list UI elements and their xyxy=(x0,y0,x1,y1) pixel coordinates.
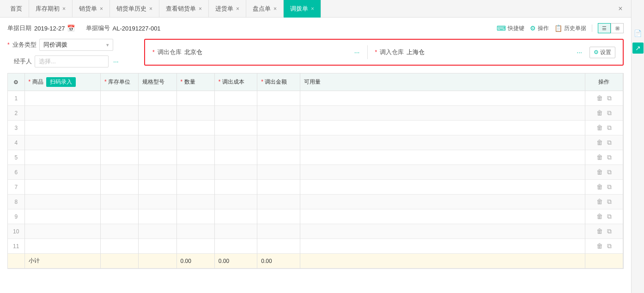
unit-cell-4[interactable] xyxy=(101,135,139,150)
available-cell-9[interactable] xyxy=(300,209,585,224)
copy-row-3-icon[interactable]: ⧉ xyxy=(607,124,612,131)
unit-cell-2[interactable] xyxy=(101,106,139,121)
copy-row-7-icon[interactable]: ⧉ xyxy=(607,183,612,190)
handler-select[interactable]: 选择... xyxy=(35,55,109,67)
available-cell-7[interactable] xyxy=(300,180,585,195)
cost-cell-7[interactable] xyxy=(214,180,257,195)
available-cell-10[interactable] xyxy=(300,224,585,239)
close-all-tabs[interactable]: × xyxy=(614,2,627,16)
delete-row-1-icon[interactable]: 🗑 xyxy=(596,94,603,102)
amount-cell-9[interactable] xyxy=(257,209,300,224)
delete-row-3-icon[interactable]: 🗑 xyxy=(596,124,603,131)
spec-cell-5[interactable] xyxy=(139,150,176,165)
product-cell-1[interactable] xyxy=(24,91,101,106)
tab-sales-order[interactable]: 销货单 × xyxy=(73,0,110,18)
tab-inventory-init[interactable]: 库存期初 × xyxy=(29,0,73,18)
delete-row-4-icon[interactable]: 🗑 xyxy=(596,139,603,146)
calendar-icon[interactable]: 📅 xyxy=(67,24,75,32)
product-cell-11[interactable] xyxy=(24,239,101,254)
qty-cell-7[interactable] xyxy=(176,180,214,195)
close-tab-transfer[interactable]: × xyxy=(311,6,314,12)
copy-row-9-icon[interactable]: ⧉ xyxy=(607,213,612,220)
close-tab-stocktake[interactable]: × xyxy=(273,6,277,12)
close-tab-inventory-init[interactable]: × xyxy=(62,6,66,12)
unit-cell-11[interactable] xyxy=(101,239,139,254)
spec-cell-3[interactable] xyxy=(139,121,176,135)
spec-cell-7[interactable] xyxy=(139,180,176,195)
qty-cell-4[interactable] xyxy=(176,135,214,150)
product-cell-6[interactable] xyxy=(24,165,101,180)
tab-purchase[interactable]: 进货单 × xyxy=(209,0,246,18)
copy-row-11-icon[interactable]: ⧉ xyxy=(607,242,612,250)
qty-cell-6[interactable] xyxy=(176,165,214,180)
product-cell-4[interactable] xyxy=(24,135,101,150)
cost-cell-6[interactable] xyxy=(214,165,257,180)
shortcut-btn[interactable]: ⌨ 快捷键 xyxy=(497,24,524,32)
copy-row-6-icon[interactable]: ⧉ xyxy=(607,168,612,176)
product-cell-3[interactable] xyxy=(24,121,101,135)
copy-row-10-icon[interactable]: ⧉ xyxy=(607,227,612,235)
copy-row-4-icon[interactable]: ⧉ xyxy=(607,139,612,146)
qty-cell-11[interactable] xyxy=(176,239,214,254)
spec-cell-2[interactable] xyxy=(139,106,176,121)
available-cell-5[interactable] xyxy=(300,150,585,165)
tab-view-sales[interactable]: 查看销货单 × xyxy=(159,0,209,18)
spec-cell-9[interactable] xyxy=(139,209,176,224)
delete-row-9-icon[interactable]: 🗑 xyxy=(596,213,603,220)
spec-cell-6[interactable] xyxy=(139,165,176,180)
product-cell-9[interactable] xyxy=(24,209,101,224)
close-tab-sales-history[interactable]: × xyxy=(149,6,152,12)
amount-cell-8[interactable] xyxy=(257,195,300,209)
handler-more-btn[interactable]: ··· xyxy=(113,58,119,65)
unit-cell-6[interactable] xyxy=(101,165,139,180)
available-cell-8[interactable] xyxy=(300,195,585,209)
amount-cell-10[interactable] xyxy=(257,224,300,239)
delete-row-10-icon[interactable]: 🗑 xyxy=(596,227,603,235)
qty-cell-8[interactable] xyxy=(176,195,214,209)
delete-row-11-icon[interactable]: 🗑 xyxy=(596,242,603,250)
layout-grid-btn[interactable]: ⊞ xyxy=(611,23,624,33)
close-tab-sales-order[interactable]: × xyxy=(100,6,103,12)
close-tab-purchase[interactable]: × xyxy=(236,6,239,12)
spec-cell-8[interactable] xyxy=(139,195,176,209)
spec-cell-11[interactable] xyxy=(139,239,176,254)
available-cell-11[interactable] xyxy=(300,239,585,254)
cost-cell-10[interactable] xyxy=(214,224,257,239)
qty-cell-3[interactable] xyxy=(176,121,214,135)
product-cell-8[interactable] xyxy=(24,195,101,209)
cost-cell-2[interactable] xyxy=(214,106,257,121)
available-cell-4[interactable] xyxy=(300,135,585,150)
cost-cell-1[interactable] xyxy=(214,91,257,106)
cost-cell-4[interactable] xyxy=(214,135,257,150)
qty-cell-10[interactable] xyxy=(176,224,214,239)
warehouse-out-more-btn[interactable]: ··· xyxy=(354,49,360,56)
cost-cell-9[interactable] xyxy=(214,209,257,224)
unit-cell-9[interactable] xyxy=(101,209,139,224)
copy-row-5-icon[interactable]: ⧉ xyxy=(607,153,612,161)
operation-btn[interactable]: ⚙ 操作 xyxy=(530,24,549,32)
copy-row-8-icon[interactable]: ⧉ xyxy=(607,198,612,205)
unit-cell-3[interactable] xyxy=(101,121,139,135)
qty-cell-9[interactable] xyxy=(176,209,214,224)
amount-cell-11[interactable] xyxy=(257,239,300,254)
unit-cell-10[interactable] xyxy=(101,224,139,239)
unit-cell-8[interactable] xyxy=(101,195,139,209)
tab-home[interactable]: 首页 xyxy=(4,0,29,18)
spec-cell-10[interactable] xyxy=(139,224,176,239)
business-type-select[interactable]: 同价调拨 ▾ xyxy=(39,39,113,51)
product-cell-10[interactable] xyxy=(24,224,101,239)
amount-cell-7[interactable] xyxy=(257,180,300,195)
close-tab-view-sales[interactable]: × xyxy=(199,6,202,12)
product-cell-2[interactable] xyxy=(24,106,101,121)
tab-transfer[interactable]: 调拨单 × xyxy=(284,0,321,18)
history-btn[interactable]: 📋 历史单据 xyxy=(554,24,586,32)
unit-cell-5[interactable] xyxy=(101,150,139,165)
cost-cell-3[interactable] xyxy=(214,121,257,135)
available-cell-1[interactable] xyxy=(300,91,585,106)
cost-cell-8[interactable] xyxy=(214,195,257,209)
scan-barcode-btn[interactable]: 扫码录入 xyxy=(46,77,76,87)
sidebar-doc-icon[interactable]: 📄 xyxy=(632,28,644,39)
product-cell-5[interactable] xyxy=(24,150,101,165)
cost-cell-11[interactable] xyxy=(214,239,257,254)
available-cell-3[interactable] xyxy=(300,121,585,135)
